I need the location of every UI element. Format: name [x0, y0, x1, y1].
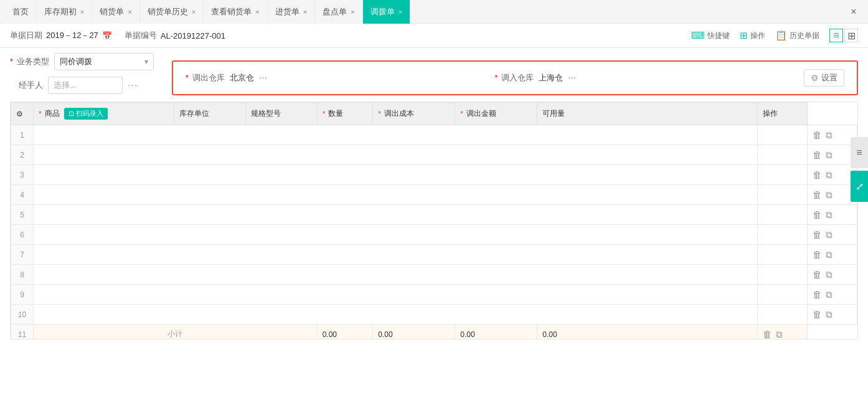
row-available-2[interactable] [758, 145, 808, 165]
row-product-7[interactable] [34, 245, 758, 265]
handler-label: 经手人 [10, 80, 43, 91]
scan-button[interactable]: ⊡ 扫码录入 [64, 108, 108, 120]
tab-transfer-order[interactable]: 调拨单 × [363, 0, 410, 24]
settings-button[interactable]: ⚙ 设置 [804, 69, 844, 87]
row-available-9[interactable] [758, 285, 808, 305]
tab-inventory-init[interactable]: 库存期初 × [37, 0, 92, 24]
copy-icon-8[interactable]: ⧉ [826, 269, 833, 280]
toolbar-right: ⌨ 快捷键 ⊞ 操作 📋 历史单据 ≡ ⊞ [691, 29, 858, 42]
layout-grid-button[interactable]: ⊞ [844, 29, 858, 42]
row-product-1[interactable] [34, 125, 758, 145]
tab-purchase-order[interactable]: 进货单 × [268, 0, 315, 24]
business-type-select[interactable]: 同价调拨 ▾ [54, 53, 154, 70]
row-product-5[interactable] [34, 205, 758, 225]
delete-icon-9[interactable]: 🗑 [813, 289, 822, 300]
copy-icon-11[interactable]: ⧉ [776, 329, 783, 340]
row-available-1[interactable] [758, 125, 808, 145]
operate-button[interactable]: ⊞ 操作 [740, 30, 765, 41]
subtotal-cost: 0.00 [373, 325, 455, 340]
tab-inventory-check[interactable]: 盘点单 × [315, 0, 362, 24]
scroll-area[interactable]: ⚙ * 商品 ⊡ 扫码录入 [11, 102, 857, 339]
tab-purchase-order-close[interactable]: × [303, 8, 307, 16]
tab-view-sales-close[interactable]: × [255, 8, 259, 16]
handler-more-button[interactable]: ··· [128, 80, 138, 91]
warehouse-in-more[interactable]: ··· [568, 72, 576, 83]
history-button[interactable]: 📋 历史单据 [775, 30, 819, 41]
tab-inventory-init-close[interactable]: × [80, 8, 84, 16]
row-available-8[interactable] [758, 265, 808, 285]
row-available-5[interactable] [758, 205, 808, 225]
business-type-value: 同价调拨 [60, 56, 92, 67]
row-product-6[interactable] [34, 225, 758, 245]
calendar-icon[interactable]: 📅 [102, 31, 112, 40]
row-product-3[interactable] [34, 165, 758, 185]
warehouse-out-label: * 调出仓库 [186, 72, 225, 83]
tab-inventory-check-label: 盘点单 [323, 6, 347, 17]
delete-icon-7[interactable]: 🗑 [813, 249, 822, 260]
copy-icon-6[interactable]: ⧉ [826, 229, 833, 240]
warehouse-in-value[interactable]: 上海仓 [539, 72, 563, 83]
handler-select[interactable]: 选择... [48, 77, 123, 94]
tab-transfer-order-close[interactable]: × [399, 8, 402, 16]
copy-icon-10[interactable]: ⧉ [826, 309, 833, 320]
tab-sales-order[interactable]: 销货单 × [92, 0, 139, 24]
warehouse-out-value[interactable]: 北京仓 [230, 72, 254, 83]
copy-icon-4[interactable]: ⧉ [826, 189, 833, 201]
tab-inventory-check-close[interactable]: × [351, 8, 354, 16]
row-ops-6: 🗑 ⧉ [808, 225, 857, 245]
row-available-6[interactable] [758, 225, 808, 245]
row-num-6: 6 [11, 225, 34, 245]
th-gear[interactable]: ⚙ [11, 103, 34, 125]
copy-icon-9[interactable]: ⧉ [826, 289, 833, 300]
row-available-10[interactable] [758, 305, 808, 325]
tab-sales-history[interactable]: 销货单历史 × [140, 0, 204, 24]
subtotal-label-cell: 小计 [34, 325, 318, 340]
layout-list-button[interactable]: ≡ [829, 29, 843, 42]
table-container: ⚙ * 商品 ⊡ 扫码录入 [10, 102, 858, 340]
delete-icon-8[interactable]: 🗑 [813, 269, 822, 280]
tab-home[interactable]: 首页 [5, 0, 37, 24]
number-field: 单据编号 AL-20191227-001 [125, 30, 225, 41]
sidebar-expand-icon: ⤢ [856, 181, 864, 193]
sidebar-list-button[interactable]: ≡ [851, 137, 868, 168]
row-available-7[interactable] [758, 245, 808, 265]
table-row: 3 🗑 ⧉ [11, 165, 857, 185]
shortcut-button[interactable]: ⌨ 快捷键 [691, 30, 730, 41]
copy-icon-3[interactable]: ⧉ [826, 169, 833, 181]
delete-icon-4[interactable]: 🗑 [813, 189, 822, 200]
delete-icon-5[interactable]: 🗑 [813, 209, 822, 220]
delete-icon-11[interactable]: 🗑 [763, 329, 772, 339]
copy-icon-2[interactable]: ⧉ [826, 150, 833, 161]
copy-icon-5[interactable]: ⧉ [826, 209, 833, 221]
row-product-2[interactable] [34, 145, 758, 165]
date-value[interactable]: 2019－12－27 [46, 30, 98, 41]
row-product-9[interactable] [34, 285, 758, 305]
delete-icon-6[interactable]: 🗑 [813, 229, 822, 240]
gear-col-icon: ⚙ [16, 110, 23, 118]
th-product: * 商品 ⊡ 扫码录入 [34, 103, 174, 125]
tab-sales-history-close[interactable]: × [192, 8, 196, 16]
row-product-8[interactable] [34, 265, 758, 285]
row-num-1: 1 [11, 125, 34, 145]
warehouse-out-more[interactable]: ··· [259, 72, 267, 83]
row-num-5: 5 [11, 205, 34, 225]
sidebar-expand-button[interactable]: ⤢ [851, 171, 868, 202]
tab-purchase-order-label: 进货单 [275, 6, 300, 17]
row-ops-3: 🗑 ⧉ [808, 165, 857, 185]
delete-icon-2[interactable]: 🗑 [813, 150, 822, 160]
tab-view-sales[interactable]: 查看销货单 × [204, 0, 267, 24]
copy-icon-7[interactable]: ⧉ [826, 249, 833, 260]
row-available-3[interactable] [758, 165, 808, 185]
tab-inventory-init-label: 库存期初 [44, 6, 77, 17]
row-product-10[interactable] [34, 305, 758, 325]
table-header-row: ⚙ * 商品 ⊡ 扫码录入 [11, 103, 857, 125]
copy-icon-1[interactable]: ⧉ [826, 130, 833, 141]
tab-sales-order-close[interactable]: × [128, 8, 131, 16]
row-product-4[interactable] [34, 185, 758, 205]
form-section: * 业务类型 同价调拨 ▾ 经手人 选择... ··· * 调出仓库 [10, 48, 858, 95]
delete-icon-3[interactable]: 🗑 [813, 169, 822, 180]
row-available-4[interactable] [758, 185, 808, 205]
delete-icon-1[interactable]: 🗑 [813, 130, 822, 140]
tab-bar-close-button[interactable]: × [844, 2, 863, 21]
delete-icon-10[interactable]: 🗑 [813, 309, 822, 320]
